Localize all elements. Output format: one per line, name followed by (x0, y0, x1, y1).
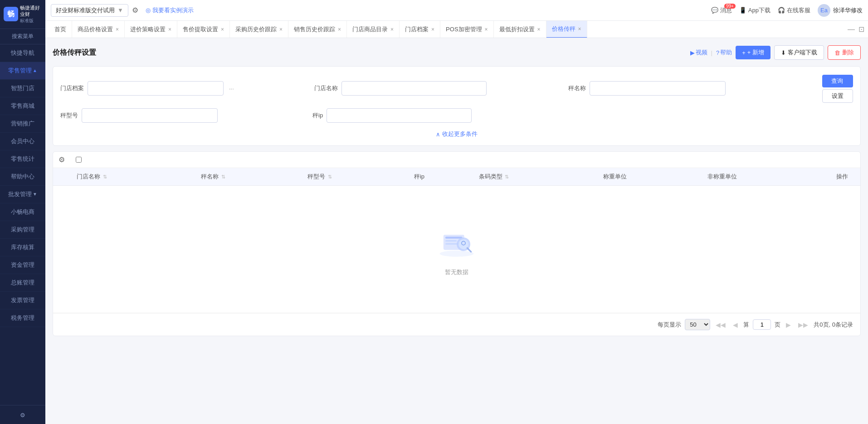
version-selector[interactable]: 好业财标准版交付试用 ▼ (51, 4, 128, 17)
app-name: 畅捷通好业财 (20, 5, 42, 18)
tab-close-purchase-history[interactable]: × (279, 26, 283, 33)
tab-close-goods-price[interactable]: × (116, 26, 119, 33)
sidebar-item-help-center[interactable]: 帮助中心 (0, 168, 45, 186)
sidebar-item-quick-nav[interactable]: 快捷导航 (0, 44, 45, 62)
sidebar-item-xiaochange[interactable]: 小畅电商 (0, 203, 45, 221)
store-profile-dots-icon[interactable]: ··· (227, 85, 236, 92)
content-area: 价格传秤设置 ▶ 视频 | ? 帮助 + + 新增 ⬇ 客户端下载 (45, 38, 868, 424)
page-unit: 页 (775, 321, 780, 329)
th-scale-name: 秤名称 ⇅ (195, 168, 302, 186)
delete-button[interactable]: 🗑 删除 (828, 45, 861, 60)
user-profile[interactable]: Ea 徐泽华修改 (818, 4, 863, 17)
page-label: 算 (743, 321, 749, 329)
sidebar-item-marketing[interactable]: 营销推广 (0, 115, 45, 133)
tab-close-pos-mgmt[interactable]: × (485, 26, 488, 33)
add-button[interactable]: + + 新增 (736, 46, 770, 59)
download-button[interactable]: ⬇ 客户端下载 (774, 45, 824, 60)
sidebar-item-finance-mgmt[interactable]: 资金管理 (0, 256, 45, 274)
sidebar-item-invoice-mgmt[interactable]: 发票管理 (0, 292, 45, 309)
next-page-button[interactable]: ▶ (784, 320, 793, 329)
collapse-button[interactable]: ∧ 收起更多条件 (60, 128, 853, 138)
sort-scale-name-icon[interactable]: ⇅ (221, 174, 225, 179)
online-service-button[interactable]: 🎧 在线客服 (778, 6, 810, 14)
app-logo-icon: 畅 (4, 7, 18, 21)
th-barcode-type: 条码类型 ⇅ (473, 168, 598, 186)
page-actions: ▶ 视频 | ? 帮助 + + 新增 ⬇ 客户端下载 🗑 (690, 45, 861, 60)
select-all-checkbox[interactable] (76, 157, 82, 163)
demo-link[interactable]: ◎ 我要看实例演示 (146, 6, 194, 14)
tab-maximize-icon[interactable]: ⊡ (858, 25, 864, 34)
sidebar-item-wholesale-mgmt[interactable]: 批发管理 ▼ (0, 186, 45, 203)
avatar: Ea (818, 4, 830, 17)
svg-rect-2 (445, 237, 463, 239)
svg-rect-3 (445, 240, 457, 241)
last-page-button[interactable]: ▶▶ (796, 320, 810, 329)
messages-button[interactable]: 💬 消息 99+ (711, 6, 732, 14)
sidebar-item-member-center[interactable]: 会员中心 (0, 133, 45, 150)
tab-home[interactable]: 首页 (49, 21, 72, 38)
topbar-settings-icon[interactable]: ⚙ (132, 6, 138, 14)
sidebar-item-retail-mgmt[interactable]: 零售管理 ▲ (0, 62, 45, 80)
tab-sale-history[interactable]: 销售历史价跟踪 × (288, 21, 347, 38)
sidebar-settings-button[interactable]: ⚙ (0, 405, 45, 424)
demo-circle-icon: ◎ (146, 7, 151, 14)
search-menu-label[interactable]: 搜索菜单 (12, 33, 34, 39)
tab-close-min-discount[interactable]: × (537, 26, 541, 33)
version-text: 好业财标准版交付试用 (56, 6, 115, 14)
help-link[interactable]: ? 帮助 (716, 48, 732, 57)
prev-page-button[interactable]: ◀ (731, 320, 740, 329)
scale-model-input[interactable] (82, 108, 218, 123)
tabbar: 首页 商品价格设置 × 进价策略设置 × 售价提取设置 × 采购历史价跟踪 × … (45, 21, 868, 38)
table-settings-icon[interactable]: ⚙ (59, 155, 65, 164)
sidebar-item-retail-stats[interactable]: 零售统计 (0, 150, 45, 168)
total-info: 共0页, 0条记录 (814, 321, 853, 329)
app-download-button[interactable]: 📱 App下载 (739, 6, 770, 14)
per-page-select[interactable]: 50 10 20 100 (685, 319, 710, 330)
first-page-button[interactable]: ◀◀ (714, 320, 727, 329)
store-name-label: 门店名称 (314, 84, 338, 92)
tab-close-purchase-strategy[interactable]: × (168, 26, 171, 33)
page-input[interactable] (753, 319, 771, 330)
sidebar-item-smart-store[interactable]: 智慧门店 (0, 80, 45, 97)
sidebar-item-general-ledger[interactable]: 总账管理 (0, 274, 45, 292)
tab-store-profile[interactable]: 门店档案 × (400, 21, 440, 38)
store-profile-input[interactable] (88, 81, 224, 96)
table-header-row: 门店名称 ⇅ 秤名称 ⇅ 秤型号 ⇅ 秤ip (53, 168, 860, 186)
filter-store-name: 门店名称 (314, 81, 561, 96)
filter-store-profile: 门店档案 ··· (60, 81, 307, 96)
tab-purchase-strategy[interactable]: 进价策略设置 × (125, 21, 177, 38)
sidebar-item-tax-mgmt[interactable]: 税务管理 (0, 309, 45, 327)
sort-scale-model-icon[interactable]: ⇅ (328, 174, 332, 179)
store-name-input[interactable] (341, 81, 487, 96)
tab-close-store-profile[interactable]: × (431, 26, 434, 33)
video-link[interactable]: ▶ 视频 (690, 48, 707, 57)
tab-pos-mgmt[interactable]: POS加密管理 × (440, 21, 493, 38)
tab-close-store-catalog[interactable]: × (390, 26, 394, 33)
sidebar-item-retail-shop[interactable]: 零售商城 (0, 97, 45, 115)
scale-name-input[interactable] (590, 81, 726, 96)
tab-min-discount[interactable]: 最低折扣设置 × (494, 21, 546, 38)
sidebar-item-inventory[interactable]: 库存核算 (0, 239, 45, 256)
page-header: 价格传秤设置 ▶ 视频 | ? 帮助 + + 新增 ⬇ 客户端下载 (53, 45, 861, 60)
tab-minimize-icon[interactable]: — (848, 25, 855, 34)
settings-query-button[interactable]: 设置 (822, 89, 853, 103)
username-label[interactable]: 徐泽华修改 (833, 6, 863, 14)
per-page-label: 每页显示 (658, 321, 681, 329)
tab-price-scale[interactable]: 价格传秤 × (546, 21, 587, 38)
sort-store-name-icon[interactable]: ⇅ (103, 174, 107, 179)
th-non-weight-unit: 非称重单位 (702, 168, 824, 186)
tab-close-sale-extract[interactable]: × (221, 26, 224, 33)
sort-barcode-type-icon[interactable]: ⇅ (505, 174, 509, 179)
sidebar-item-purchase-mgmt[interactable]: 采购管理 (0, 221, 45, 239)
tab-sale-extract[interactable]: 售价提取设置 × (177, 21, 230, 38)
settings-icon[interactable]: ⚙ (20, 412, 25, 419)
query-button[interactable]: 查询 (822, 75, 853, 87)
tab-close-sale-history[interactable]: × (338, 26, 341, 33)
tab-store-catalog[interactable]: 门店商品目录 × (347, 21, 400, 38)
scale-ip-input[interactable] (327, 108, 472, 123)
scale-model-label: 秤型号 (60, 111, 78, 120)
sidebar-search[interactable]: 搜索菜单 (0, 29, 45, 44)
tab-goods-price[interactable]: 商品价格设置 × (72, 21, 125, 38)
tab-purchase-history[interactable]: 采购历史价跟踪 × (230, 21, 288, 38)
tab-close-price-scale[interactable]: × (578, 26, 581, 32)
